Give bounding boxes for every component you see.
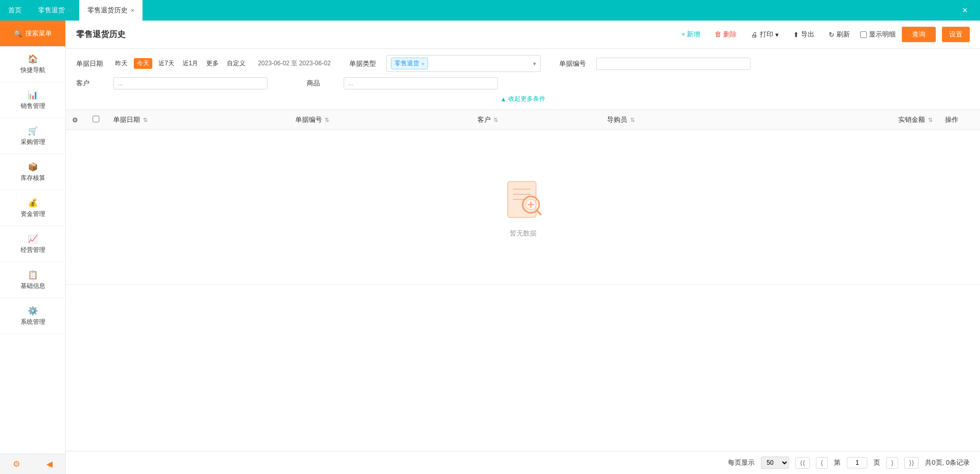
th-checkbox[interactable] xyxy=(86,110,107,130)
tab-retail-return-history-label: 零售退货历史 xyxy=(87,6,128,15)
sidebar-bottom: ⚙ ◀ xyxy=(0,453,65,474)
th-customer[interactable]: 客户 ⇅ xyxy=(471,110,601,130)
operations-icon: 📈 xyxy=(28,233,38,244)
th-guide-label: 导购员 xyxy=(607,116,627,123)
sidebar-settings-button[interactable]: ⚙ xyxy=(9,457,24,471)
sidebar-item-finance-label: 资金管理 xyxy=(21,210,45,218)
sidebar-nav: 🏠 快捷导航 📊 销售管理 🛒 采购管理 📦 库存核算 💰 资金管理 📈 xyxy=(0,46,65,453)
page-number-input[interactable] xyxy=(847,457,867,468)
sidebar-item-sales-mgmt-label: 销售管理 xyxy=(21,102,45,111)
sales-mgmt-icon: 📊 xyxy=(28,89,38,100)
print-button[interactable]: 🖨 打印 ▾ xyxy=(747,28,783,41)
customer-filter-label: 客户 xyxy=(76,79,105,88)
doc-type-tag: 零售退货 × xyxy=(391,58,428,69)
th-amount-label: 实销金额 xyxy=(898,116,925,123)
date-last7days[interactable]: 近7天 xyxy=(156,58,176,69)
sidebar-search[interactable]: 🔍 搜索菜单 xyxy=(0,21,65,46)
page-actions: + 新增 🗑 删除 🖨 打印 ▾ ⬆ 导出 ↻ 刷新 显示明细 xyxy=(677,27,970,42)
settings-button[interactable]: 设置 xyxy=(942,27,970,42)
th-amount[interactable]: 实销金额 ⇅ xyxy=(757,110,939,130)
prev-page-button[interactable]: ⟨ xyxy=(816,457,828,469)
date-filter-label: 单据日期 xyxy=(76,59,105,68)
doc-type-tag-close[interactable]: × xyxy=(421,61,424,67)
th-doc-no[interactable]: 单据编号 ⇅ xyxy=(289,110,471,130)
sidebar-item-basic-info-label: 基础信息 xyxy=(21,282,45,290)
page-size-label: 每页显示 xyxy=(728,458,755,467)
content-area: 零售退货历史 + 新增 🗑 删除 🖨 打印 ▾ ⬆ 导出 ↻ 刷新 xyxy=(66,21,980,474)
customer-select[interactable]: ... xyxy=(113,77,268,89)
table-body: 暂无数据 xyxy=(66,130,980,285)
sidebar-item-basic-info[interactable]: 📋 基础信息 xyxy=(0,262,65,298)
date-last1month[interactable]: 近1月 xyxy=(181,58,201,69)
th-amount-sort-icon: ⇅ xyxy=(928,117,933,123)
page-size-select[interactable]: 20 50 100 xyxy=(761,457,789,469)
last-page-button[interactable]: ⟩⟩ xyxy=(904,457,919,469)
doc-no-filter-label: 单据编号 xyxy=(559,59,588,68)
first-page-button[interactable]: ⟨⟨ xyxy=(795,457,810,469)
sidebar-item-sales-mgmt[interactable]: 📊 销售管理 xyxy=(0,82,65,118)
empty-cell: 暂无数据 xyxy=(66,130,980,285)
th-doc-no-label: 单据编号 xyxy=(295,116,322,123)
display-detail-checkbox[interactable] xyxy=(860,31,867,38)
refresh-button[interactable]: ↻ 刷新 xyxy=(825,28,854,41)
top-bar: 首页 零售退货 × 零售退货历史 × × xyxy=(0,0,980,21)
page-header: 零售退货历史 + 新增 🗑 删除 🖨 打印 ▾ ⬆ 导出 ↻ 刷新 xyxy=(66,21,980,49)
finance-icon: 💰 xyxy=(28,197,38,208)
doc-no-input[interactable] xyxy=(596,58,751,70)
sidebar-search-label: 搜索菜单 xyxy=(25,29,52,38)
tab-home[interactable]: 首页 xyxy=(0,0,30,21)
goods-select[interactable]: ... xyxy=(344,77,498,89)
tab-retail-return-history-close[interactable]: × xyxy=(131,7,134,13)
query-button[interactable]: 查询 xyxy=(902,27,936,42)
data-table: ⚙ 单据日期 ⇅ 单据编号 ⇅ xyxy=(66,110,980,285)
sidebar-collapse-button[interactable]: ◀ xyxy=(42,457,57,471)
sidebar-item-operations[interactable]: 📈 经营管理 xyxy=(0,226,65,262)
th-customer-label: 客户 xyxy=(477,116,491,123)
window-controls: × xyxy=(958,5,980,16)
date-today[interactable]: 今天 xyxy=(134,58,152,69)
th-doc-date-sort-icon: ⇅ xyxy=(143,117,148,123)
display-detail-toggle[interactable]: 显示明细 xyxy=(860,30,896,39)
print-icon: 🖨 xyxy=(751,31,758,39)
date-yesterday[interactable]: 昨天 xyxy=(113,58,130,69)
tab-home-label: 首页 xyxy=(8,6,22,15)
goods-placeholder: ... xyxy=(348,80,353,87)
settings-icon: ⚙ xyxy=(72,116,78,124)
add-button[interactable]: + 新增 xyxy=(677,28,704,41)
tab-retail-return[interactable]: 零售退货 × xyxy=(30,0,79,21)
select-all-checkbox[interactable] xyxy=(93,116,99,122)
tab-retail-return-close[interactable]: × xyxy=(68,7,71,13)
th-guide[interactable]: 导购员 ⇅ xyxy=(601,110,757,130)
sidebar-item-operations-label: 经营管理 xyxy=(21,246,45,254)
delete-button[interactable]: 🗑 删除 xyxy=(710,28,741,41)
th-doc-date[interactable]: 单据日期 ⇅ xyxy=(107,110,289,130)
next-page-button[interactable]: ⟩ xyxy=(886,457,898,469)
goods-filter-label: 商品 xyxy=(307,79,335,88)
date-custom[interactable]: 自定义 xyxy=(225,58,247,69)
doc-type-tag-text: 零售退货 xyxy=(395,59,419,68)
th-doc-date-label: 单据日期 xyxy=(113,116,140,123)
sidebar: 🔍 搜索菜单 🏠 快捷导航 📊 销售管理 🛒 采购管理 📦 库存核算 💰 xyxy=(0,21,66,474)
sidebar-item-quick-nav[interactable]: 🏠 快捷导航 xyxy=(0,46,65,82)
tab-retail-return-history[interactable]: 零售退货历史 × xyxy=(79,0,142,21)
date-more[interactable]: 更多 xyxy=(204,58,221,69)
export-button[interactable]: ⬆ 导出 xyxy=(789,28,818,41)
sidebar-item-inventory[interactable]: 📦 库存核算 xyxy=(0,154,65,190)
sidebar-item-finance[interactable]: 💰 资金管理 xyxy=(0,190,65,226)
basic-info-icon: 📋 xyxy=(28,269,38,280)
customer-placeholder: ... xyxy=(118,80,123,87)
tab-retail-return-label: 零售退货 xyxy=(38,6,65,15)
th-guide-sort-icon: ⇅ xyxy=(630,117,635,123)
th-settings[interactable]: ⚙ xyxy=(66,110,86,130)
th-ops: 操作 xyxy=(939,110,980,130)
total-info: 共0页, 0条记录 xyxy=(925,458,970,467)
collapse-button[interactable]: ▲ 收起更多条件 xyxy=(501,95,546,103)
doc-type-dropdown-icon: ▾ xyxy=(533,60,536,67)
sidebar-item-sys-mgmt[interactable]: ⚙️ 系统管理 xyxy=(0,298,65,334)
doc-type-select[interactable]: 零售退货 × ▾ xyxy=(386,55,541,72)
print-label: 打印 xyxy=(760,30,773,39)
window-close-button[interactable]: × xyxy=(958,5,972,16)
sidebar-item-purchase-mgmt[interactable]: 🛒 采购管理 xyxy=(0,118,65,154)
empty-state: 暂无数据 xyxy=(72,135,974,279)
sidebar-item-quick-nav-label: 快捷导航 xyxy=(21,66,45,75)
